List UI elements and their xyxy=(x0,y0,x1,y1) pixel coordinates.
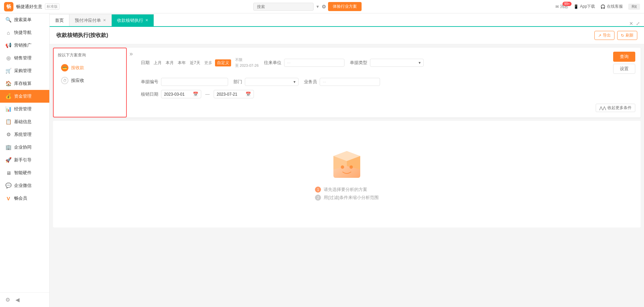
sidebar-item-hardware[interactable]: 🖥 智能硬件 xyxy=(0,166,49,179)
date-tab-this-month[interactable]: 本月 xyxy=(164,59,175,66)
filter-date-item: 日期 上月 本月 本年 近7天 更多 自定义 不限 至 xyxy=(141,57,259,68)
staff-select[interactable]: ··· xyxy=(320,78,380,86)
sidebar-label-sales: 销售管理 xyxy=(14,55,32,61)
sidebar-settings-icon[interactable]: ⚙ xyxy=(5,297,10,303)
topbar-center: ▼ ⚙ 体验行业方案 xyxy=(253,2,362,11)
setting-button[interactable]: 设置 xyxy=(613,64,635,74)
sidebar-item-search[interactable]: 🔍 搜索菜单 xyxy=(0,13,49,26)
date-tab-custom[interactable]: 自定义 xyxy=(215,59,231,66)
inventory-icon: 🏠 xyxy=(5,81,11,87)
tab-prepay[interactable]: 预付冲应付单 ✕ xyxy=(69,14,112,26)
sidebar-item-wechat[interactable]: 💬 企业微信 xyxy=(0,179,49,192)
sidebar-item-marketing[interactable]: 📢 营销推广 xyxy=(0,39,49,52)
sidebar-label-shortcut: 快捷导航 xyxy=(14,30,32,36)
date-tab-7days[interactable]: 近7天 xyxy=(189,59,202,66)
sidebar-item-basic[interactable]: 📋 基础信息 xyxy=(0,115,49,128)
sidebar-label-enterprise: 企业协同 xyxy=(14,144,32,150)
tab-close-window-icon[interactable]: ✕ xyxy=(629,21,633,26)
tab-collection[interactable]: 收款核销执行 ✕ xyxy=(112,14,154,26)
query-button[interactable]: 查询 xyxy=(613,52,635,62)
date-tab-more[interactable]: 更多 xyxy=(203,59,214,66)
sidebar-item-enterprise[interactable]: 🏢 企业协同 xyxy=(0,141,49,154)
page-header-actions: ↗ 导出 ↻ 刷新 xyxy=(594,31,637,40)
solution-button[interactable]: 体验行业方案 xyxy=(328,2,362,11)
sidebar-item-guide[interactable]: 🚀 新手引导 xyxy=(0,154,49,166)
sidebar-label-purchase: 采购管理 xyxy=(14,68,32,74)
sidebar-collapse-icon[interactable]: ◀ xyxy=(15,297,19,303)
global-search-input[interactable] xyxy=(253,3,314,11)
sidebar-item-system[interactable]: ⚙ 系统管理 xyxy=(0,128,49,141)
writeoff-to-value: 2023-07-21 xyxy=(217,92,237,97)
user-profile[interactable]: Rit xyxy=(628,4,640,10)
writeoff-to-input[interactable]: 2023-07-21 📅 xyxy=(214,90,254,98)
filter-dept-item: 部门 ▾ xyxy=(233,78,299,86)
sidebar-item-sales[interactable]: ◎ 销售管理 xyxy=(0,52,49,64)
staff-label: 业务员 xyxy=(304,79,317,85)
sidebar-item-inventory[interactable]: 🏠 库存核算 xyxy=(0,77,49,90)
sidebar: 🔍 搜索菜单 ⌂ 快捷导航 📢 营销推广 ◎ 销售管理 🛒 采购管理 🏠 库 xyxy=(0,13,50,307)
date-tab-last-month[interactable]: 上月 xyxy=(152,59,163,66)
bill-no-label: 单据编号 xyxy=(141,79,158,85)
tab-maximize-icon[interactable]: ⤢ xyxy=(636,21,640,26)
sidebar-label-marketing: 营销推广 xyxy=(14,42,32,48)
empty-hint-2: 2 用[过滤]条件来缩小分析范围 xyxy=(315,195,378,201)
sidebar-label-search: 搜索菜单 xyxy=(14,17,32,23)
filter-option-by-receivable[interactable]: ⏱ 按应收 xyxy=(58,74,122,87)
receipt-icon: 💳 xyxy=(61,64,68,71)
calendar-to-icon[interactable]: 📅 xyxy=(246,92,251,97)
tab-prepay-close-icon[interactable]: ✕ xyxy=(103,18,106,22)
date-label: 日期 xyxy=(141,60,150,66)
sidebar-nav: 🔍 搜索菜单 ⌂ 快捷导航 📢 营销推广 ◎ 销售管理 🛒 采购管理 🏠 库 xyxy=(0,13,49,205)
bill-type-select[interactable]: ▾ xyxy=(370,59,424,67)
export-button[interactable]: ↗ 导出 xyxy=(594,31,614,40)
search-icon: 🔍 xyxy=(5,17,11,23)
sidebar-item-member[interactable]: V 畅会员 xyxy=(0,192,49,205)
writeoff-from-input[interactable]: 2023-03-01 📅 xyxy=(161,90,201,98)
dept-select[interactable]: ▾ xyxy=(245,78,299,86)
message-btn[interactable]: ✉ 消息 99+ xyxy=(555,4,568,9)
sidebar-label-hardware: 智能硬件 xyxy=(14,170,32,176)
empty-hint-1: 1 请先选择要分析的方案 xyxy=(315,187,378,193)
sidebar-label-operation: 经营管理 xyxy=(14,106,32,112)
sales-icon: ◎ xyxy=(5,55,11,61)
partner-select[interactable]: ··· xyxy=(284,59,344,67)
refresh-button[interactable]: ↻ 刷新 xyxy=(617,31,637,40)
basic-icon: 📋 xyxy=(5,119,11,125)
sidebar-item-shortcut[interactable]: ⌂ 快捷导航 xyxy=(0,26,49,39)
bill-no-input[interactable] xyxy=(161,78,228,86)
system-icon: ⚙ xyxy=(5,132,11,138)
sidebar-label-guide: 新手引导 xyxy=(14,157,32,163)
partner-value: ··· xyxy=(287,60,290,65)
collapse-more-button[interactable]: ⋀⋀ 收起更多条件 xyxy=(596,104,635,112)
guide-icon: 🚀 xyxy=(5,157,11,163)
sidebar-item-operation[interactable]: 📊 经营管理 xyxy=(0,103,49,115)
filter-scheme-title: 按以下方案查询 xyxy=(58,52,122,58)
chevron-up-icon: ⋀⋀ xyxy=(599,106,606,110)
receivable-icon: ⏱ xyxy=(61,77,68,84)
date-tab-this-year[interactable]: 本年 xyxy=(176,59,187,66)
message-badge: 99+ xyxy=(562,2,572,6)
tab-collection-label: 收款核销执行 xyxy=(117,17,143,23)
writeoff-date-label: 核销日期 xyxy=(141,91,158,97)
filter-fields: 日期 上月 本月 本年 近7天 更多 自定义 不限 至 xyxy=(136,48,641,117)
app-download-btn[interactable]: 📱 App下载 xyxy=(574,4,595,9)
tab-prepay-label: 预付冲应付单 xyxy=(75,17,101,23)
filter-collapse-btn[interactable]: » xyxy=(127,48,136,117)
tab-home[interactable]: 首页 xyxy=(50,14,69,26)
page-header: 收款核销执行(按收款) ↗ 导出 ↻ 刷新 xyxy=(50,27,644,44)
dept-label: 部门 xyxy=(233,79,242,85)
topbar-right: ✉ 消息 99+ 📱 App下载 🎧 在线客服 Rit xyxy=(555,4,640,10)
filter-partner-item: 往来单位 ··· xyxy=(264,59,344,67)
page-title: 收款核销执行(按收款) xyxy=(56,32,108,39)
topbar-gear-icon[interactable]: ⚙ xyxy=(322,4,326,10)
tab-collection-close-icon[interactable]: ✕ xyxy=(145,18,148,22)
calendar-from-icon[interactable]: 📅 xyxy=(193,92,198,97)
sidebar-label-inventory: 库存核算 xyxy=(14,81,32,87)
sidebar-item-finance[interactable]: 💰 资金管理 xyxy=(0,90,49,103)
filter-writeoff-date-item: 核销日期 2023-03-01 📅 — 2023-07-21 📅 xyxy=(141,90,254,98)
search-chevron-icon: ▼ xyxy=(316,4,320,9)
filter-option-by-receipt[interactable]: 💳 按收款 xyxy=(58,61,122,74)
online-service-btn[interactable]: 🎧 在线客服 xyxy=(600,4,623,9)
sidebar-item-purchase[interactable]: 🛒 采购管理 xyxy=(0,64,49,77)
app-logo: 畅 xyxy=(4,2,13,11)
